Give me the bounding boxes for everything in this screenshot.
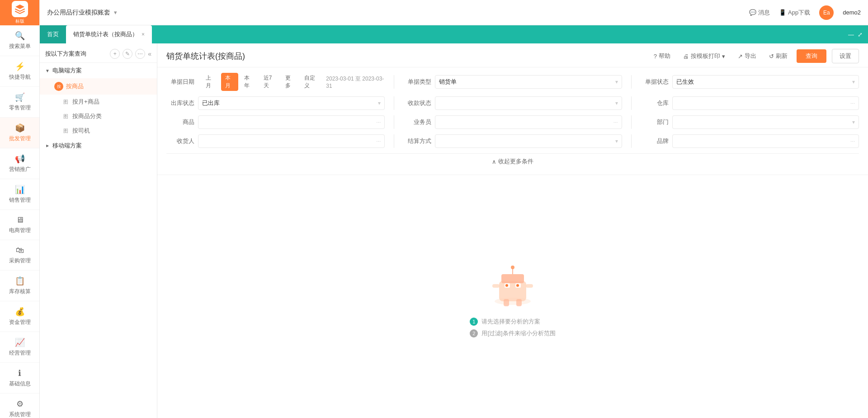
scheme-sub-item-category[interactable]: 图 按商品分类 — [40, 109, 157, 124]
warehouse-control[interactable]: ··· — [672, 96, 859, 110]
tab-sales-stat[interactable]: 销货单统计表（按商品） × — [66, 25, 152, 43]
scheme-item-by-product[interactable]: 按 按商品 — [40, 78, 157, 95]
svg-point-6 — [516, 284, 519, 287]
hint-number-1: 1 — [470, 318, 478, 326]
payment-control[interactable]: ▾ — [435, 134, 622, 148]
sidebar-item-label: 经营管理 — [9, 349, 31, 357]
tab-home[interactable]: 首页 — [40, 25, 66, 43]
query-button[interactable]: 查询 — [797, 49, 826, 63]
sidebar-item-ecommerce[interactable]: 🖥 电商管理 — [0, 210, 39, 240]
doc-status-label: 单据状态 — [641, 78, 672, 86]
left-panel-actions: + ✎ ⋯ « — [110, 49, 151, 59]
collapse-more-button[interactable]: ∧ 收起更多条件 — [166, 153, 859, 169]
product-more-icon[interactable]: ··· — [376, 119, 381, 125]
tab-minimize-icon[interactable]: — — [848, 31, 854, 38]
product-control[interactable]: ··· — [198, 115, 385, 129]
more-scheme-button[interactable]: ⋯ — [135, 49, 145, 59]
sidebar-item-wholesale[interactable]: 📦 批发管理 — [0, 118, 39, 148]
template-print-label: 按模板打印 — [691, 52, 720, 60]
help-button[interactable]: ? 帮助 — [650, 50, 674, 62]
sidebar-item-purchase[interactable]: 🛍 采购管理 — [0, 240, 39, 271]
settings-button[interactable]: 设置 — [832, 49, 859, 63]
filter-row-3: 商品 ··· 业务员 ··· — [166, 115, 859, 129]
sidebar-item-quick-nav[interactable]: ⚡ 快捷导航 — [0, 56, 39, 87]
doc-status-control[interactable]: 已生效 ▾ — [672, 75, 859, 89]
message-label: 消息 — [758, 9, 770, 17]
svg-point-5 — [505, 284, 508, 287]
pc-scheme-group: ▼ 电脑端方案 按 按商品 图 按月+商品 图 按商品分类 — [40, 63, 157, 138]
shortcut-this-year[interactable]: 本年 — [240, 73, 258, 91]
dept-control[interactable]: ▾ — [672, 115, 859, 129]
sidebar-item-search[interactable]: 🔍 搜索菜单 — [0, 25, 39, 56]
main-area: 办公用品行业模拟账套 ▾ 💬 消息 📱 App下载 Ea demo2 首页 销货… — [40, 0, 868, 418]
page-header: 销货单统计表(按商品) ? 帮助 🖨 按模板打印 ▾ ↗ 导出 — [157, 43, 868, 67]
user-name[interactable]: demo2 — [843, 9, 861, 16]
svg-rect-2 — [501, 274, 524, 283]
tabbar: 首页 销货单统计表（按商品） × — ⤢ — [40, 25, 868, 43]
logo[interactable]: 标版 — [0, 0, 39, 25]
collapse-panel-button[interactable]: « — [148, 50, 151, 57]
product-label: 商品 — [166, 118, 198, 126]
export-icon: ↗ — [738, 53, 743, 60]
mobile-group-label: 移动端方案 — [52, 142, 82, 150]
svg-rect-10 — [526, 284, 533, 288]
shortcut-this-month[interactable]: 本月 — [221, 73, 239, 91]
receiver-control[interactable]: ··· — [198, 134, 385, 148]
filter-item-payment: 结算方式 ▾ — [403, 134, 622, 148]
dept-label: 部门 — [641, 118, 672, 126]
edit-scheme-button[interactable]: ✎ — [123, 49, 132, 59]
doc-type-control[interactable]: 销货单 ▾ — [435, 75, 622, 89]
filter-row-2: 出库状态 已出库 ▾ 收款状态 ▾ — [166, 96, 859, 110]
collect-status-control[interactable]: ▾ — [435, 96, 622, 110]
receiver-more-icon[interactable]: ··· — [376, 138, 381, 144]
message-action[interactable]: 💬 消息 — [749, 9, 770, 17]
export-button[interactable]: ↗ 导出 — [734, 50, 760, 62]
tab-maximize-icon[interactable]: ⤢ — [858, 31, 863, 38]
app-download-action[interactable]: 📱 App下载 — [779, 9, 810, 17]
brand-control[interactable]: ··· — [672, 134, 859, 148]
query-label: 查询 — [806, 52, 817, 59]
sidebar-item-marketing[interactable]: 📢 营销推广 — [0, 148, 39, 179]
user-avatar[interactable]: Ea — [819, 5, 834, 20]
sidebar-item-retail[interactable]: 🛒 零售管理 — [0, 87, 39, 118]
scheme-sub-item-month-product[interactable]: 图 按月+商品 — [40, 95, 157, 109]
shortcut-custom[interactable]: 自定义 — [300, 73, 322, 91]
sidebar-item-basic-info[interactable]: ℹ 基础信息 — [0, 363, 39, 394]
mobile-group-header[interactable]: ▼ 移动端方案 — [40, 138, 157, 153]
shortcut-7days[interactable]: 近7天 — [259, 73, 279, 91]
topbar: 办公用品行业模拟账套 ▾ 💬 消息 📱 App下载 Ea demo2 — [40, 0, 868, 25]
mobile-group-arrow: ▼ — [45, 143, 50, 148]
scheme-sub-label-3: 按司机 — [72, 127, 90, 135]
salesperson-more-icon[interactable]: ··· — [613, 119, 618, 125]
warehouse-label: 仓库 — [641, 99, 672, 107]
separator-8 — [631, 134, 632, 148]
sidebar-item-system[interactable]: ⚙ 系统管理 — [0, 394, 39, 418]
sidebar-item-finance[interactable]: 💰 资金管理 — [0, 301, 39, 332]
export-label: 导出 — [745, 52, 756, 60]
sidebar-item-sales[interactable]: 📊 销售管理 — [0, 179, 39, 210]
scheme-sub-item-driver[interactable]: 图 按司机 — [40, 124, 157, 138]
tab-close-icon[interactable]: × — [142, 31, 145, 38]
out-status-control[interactable]: 已出库 ▾ — [198, 96, 385, 110]
add-scheme-button[interactable]: + — [110, 49, 120, 59]
add-icon: + — [113, 51, 117, 57]
hint-text-1: 请先选择要分析的方案 — [481, 318, 540, 326]
sidebar-item-label: 基础信息 — [9, 380, 31, 388]
search-icon: 🔍 — [15, 31, 25, 41]
sidebar-item-operations[interactable]: 📈 经营管理 — [0, 332, 39, 363]
salesperson-control[interactable]: ··· — [435, 115, 622, 129]
warehouse-more-icon[interactable]: ··· — [850, 100, 855, 106]
sidebar-item-inventory[interactable]: 📋 库存核算 — [0, 271, 39, 301]
title-dropdown-icon[interactable]: ▾ — [114, 9, 117, 16]
tab-sales-stat-label: 销货单统计表（按商品） — [73, 30, 138, 38]
sidebar-item-label: 资金管理 — [9, 318, 31, 326]
refresh-button[interactable]: ↺ 刷新 — [765, 50, 791, 62]
pc-group-header[interactable]: ▼ 电脑端方案 — [40, 63, 157, 78]
wholesale-icon: 📦 — [15, 123, 25, 133]
shortcut-last-month[interactable]: 上月 — [202, 73, 219, 91]
brand-more-icon[interactable]: ··· — [850, 138, 855, 144]
hint-number-2: 2 — [470, 329, 478, 337]
shortcut-more[interactable]: 更多 — [281, 73, 299, 91]
template-print-button[interactable]: 🖨 按模板打印 ▾ — [679, 50, 729, 62]
system-icon: ⚙ — [16, 399, 24, 409]
